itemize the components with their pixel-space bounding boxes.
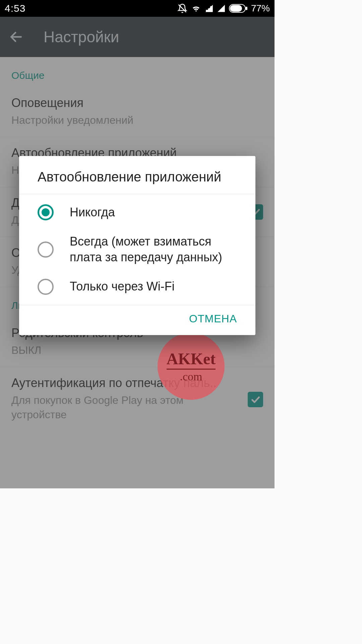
radio-off-icon bbox=[38, 279, 54, 295]
watermark-line1: AKKet bbox=[167, 350, 216, 370]
radio-on-icon bbox=[38, 204, 54, 220]
dialog-actions: ОТМЕНА bbox=[19, 305, 255, 335]
battery-icon bbox=[229, 4, 248, 13]
battery-pct: 77% bbox=[251, 3, 270, 14]
watermark: AKKet .com bbox=[158, 333, 225, 400]
status-time: 4:53 bbox=[5, 3, 25, 14]
status-bar: 4:53 77% bbox=[0, 0, 275, 17]
dialog-options: Никогда Всегда (может взиматься плата за… bbox=[19, 194, 255, 305]
autoupdate-dialog: Автообновление приложений Никогда Всегда… bbox=[19, 156, 255, 335]
svg-rect-3 bbox=[246, 7, 247, 10]
signal-1-icon bbox=[205, 4, 214, 13]
status-icons: 77% bbox=[177, 3, 270, 14]
option-never[interactable]: Никогда bbox=[19, 198, 255, 227]
dialog-title: Автообновление приложений bbox=[19, 156, 255, 194]
svg-rect-2 bbox=[230, 5, 242, 12]
watermark-line2: .com bbox=[180, 370, 202, 383]
option-always[interactable]: Всегда (может взиматься плата за передач… bbox=[19, 227, 255, 272]
cancel-button[interactable]: ОТМЕНА bbox=[189, 313, 237, 325]
option-wifi[interactable]: Только через Wi-Fi bbox=[19, 272, 255, 302]
dnd-icon bbox=[177, 3, 187, 13]
signal-2-icon bbox=[217, 4, 226, 13]
option-label: Никогда bbox=[70, 205, 115, 220]
option-label: Только через Wi-Fi bbox=[70, 279, 175, 294]
radio-off-icon bbox=[38, 241, 54, 258]
option-label: Всегда (может взиматься плата за передач… bbox=[70, 234, 237, 265]
wifi-icon bbox=[191, 3, 201, 13]
